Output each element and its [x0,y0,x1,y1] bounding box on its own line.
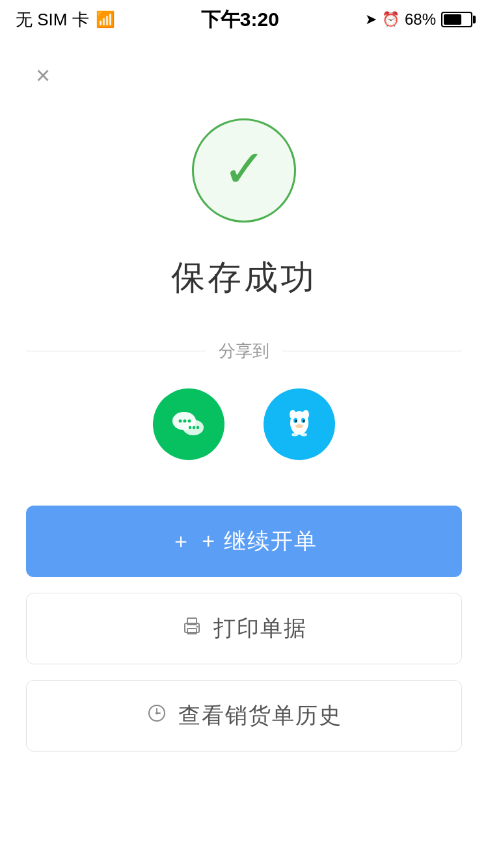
close-icon: × [36,63,50,88]
continue-label: + 继续开单 [202,526,317,556]
print-label: 打印单据 [213,614,307,644]
share-icons-row [153,388,335,460]
print-button[interactable]: 打印单据 [26,593,462,664]
svg-point-16 [291,433,298,437]
history-button[interactable]: 查看销货单历史 [26,680,462,752]
alarm-icon: ⏰ [382,11,400,28]
sim-label: 无 SIM 卡 [16,8,89,31]
status-bar: 无 SIM 卡 📶 下午3:20 ➤ ⏰ 68% [0,0,488,39]
checkmark-icon: ✓ [223,143,266,195]
svg-point-7 [197,426,199,429]
history-label: 查看销货单历史 [178,701,342,731]
battery-icon [441,12,472,27]
wechat-icon [167,403,210,446]
battery-percent: 68% [405,10,436,29]
success-title: 保存成功 [171,255,317,301]
close-button[interactable]: × [26,59,60,92]
location-icon: ➤ [365,11,377,28]
main-content: × ✓ 保存成功 分享到 [0,39,488,778]
continue-icon: ＋ [170,527,191,556]
share-wechat-button[interactable] [153,388,224,460]
continue-button[interactable]: ＋ + 继续开单 [26,506,462,577]
svg-point-21 [197,625,198,627]
qq-icon [280,405,319,444]
svg-point-2 [179,420,182,423]
print-icon [181,616,203,642]
svg-point-3 [183,420,187,423]
share-qq-button[interactable] [264,388,335,460]
svg-point-13 [295,424,303,428]
svg-point-15 [303,410,309,419]
share-divider: 分享到 [26,340,462,362]
action-buttons: ＋ + 继续开单 打印单据 [26,506,462,752]
divider-right [282,351,462,351]
wifi-icon: 📶 [96,10,115,29]
history-icon [146,702,168,729]
success-circle: ✓ [192,118,296,223]
svg-point-4 [188,420,191,423]
svg-point-12 [303,420,305,422]
svg-point-11 [295,420,297,422]
svg-point-14 [290,410,296,419]
status-right: ➤ ⏰ 68% [365,10,472,29]
status-left: 无 SIM 卡 📶 [16,8,115,31]
svg-point-5 [189,426,191,429]
close-button-row: × [26,59,462,92]
svg-point-6 [193,426,195,429]
divider-left [26,351,206,351]
svg-point-17 [301,433,307,437]
status-time: 下午3:20 [201,7,279,33]
share-label: 分享到 [219,340,269,362]
